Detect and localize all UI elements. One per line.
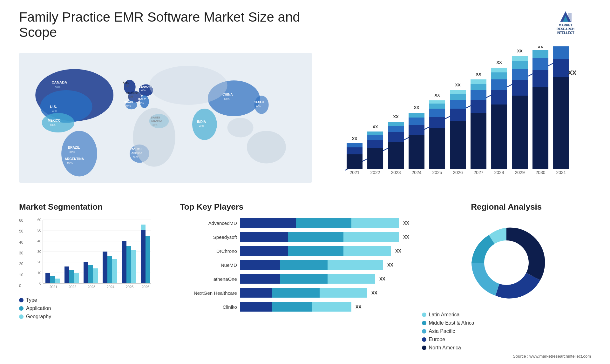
legend-label-mea: Middle East & Africa [429,320,474,326]
legend-mea: Middle East & Africa [422,320,474,326]
svg-rect-108 [512,80,528,96]
svg-rect-102 [491,79,507,90]
svg-rect-63 [367,135,383,140]
legend-label-europe: Europe [429,337,445,342]
svg-text:SPAIN: SPAIN [124,101,133,104]
svg-text:xx%: xx% [224,97,229,100]
player-bar-stack [240,218,399,228]
player-value: XX [356,304,362,309]
player-name: athenaOne [180,276,237,282]
legend-latin-america: Latin America [422,312,474,318]
svg-text:2029: 2029 [515,170,525,175]
legend-label-latin: Latin America [429,312,460,318]
svg-text:30: 30 [37,250,41,253]
svg-rect-122 [553,46,569,59]
svg-rect-80 [429,117,445,128]
player-row: NextGen HealthcareXX [180,288,409,298]
svg-rect-117 [532,50,548,58]
player-bar-segment [288,246,343,256]
svg-text:XX: XX [434,93,440,98]
legend-label-na: North America [429,345,461,351]
legend-dot-type [19,298,24,302]
bar-chart-container: XX 2021 XX 2022 XX 2023 [325,46,591,189]
svg-rect-83 [429,100,445,104]
player-row: NueMDXX [180,260,409,270]
svg-point-13 [61,131,97,176]
player-value: XX [395,248,401,253]
svg-rect-154 [112,259,117,283]
player-bar-segment [272,288,320,298]
svg-text:2030: 2030 [535,170,545,175]
svg-text:FRANCE: FRANCE [126,91,139,95]
svg-rect-87 [450,109,466,121]
svg-text:xx%: xx% [55,85,60,88]
svg-text:2021: 2021 [50,285,57,289]
market-segmentation: Market Segmentation 6050403020100 [19,202,167,359]
svg-rect-160 [141,230,146,283]
svg-point-44 [192,109,217,140]
svg-rect-145 [69,270,74,283]
player-name: NextGen Healthcare [180,290,237,296]
svg-text:MEXICO: MEXICO [48,119,60,122]
player-name: Cliniko [180,304,237,310]
svg-rect-100 [491,104,507,169]
donut-chart [462,218,551,307]
svg-text:xx%: xx% [70,150,75,153]
legend-europe: Europe [422,337,474,342]
legend-application: Application [19,306,167,311]
svg-rect-68 [388,132,404,142]
player-bar-stack [240,288,367,298]
svg-text:2026: 2026 [142,285,149,289]
svg-rect-96 [471,84,486,90]
svg-text:XX: XX [568,69,577,76]
svg-text:20: 20 [37,260,41,264]
svg-rect-76 [409,113,424,118]
svg-text:XX: XX [352,136,357,141]
svg-point-50 [133,108,175,166]
svg-rect-101 [491,90,507,104]
svg-rect-69 [388,126,404,132]
svg-rect-57 [347,147,363,154]
svg-text:CHINA: CHINA [222,93,233,96]
svg-rect-93 [471,113,486,169]
svg-rect-157 [126,246,131,283]
logo: MARKETRESEARCHINTELLECT [540,10,591,35]
segmentation-chart: 60 50 40 30 20 10 0 2021 2022 [32,218,152,291]
svg-rect-86 [450,121,466,169]
player-value: XX [403,220,409,226]
svg-text:40: 40 [37,239,41,243]
svg-text:xx%: xx% [126,104,131,107]
svg-text:U.S.: U.S. [50,105,57,109]
player-name: DrChrono [180,248,237,254]
svg-text:xx%: xx% [51,110,57,113]
logo-text: MARKETRESEARCHINTELLECT [557,24,574,35]
svg-text:XX: XX [372,125,378,129]
svg-rect-161 [146,236,150,283]
svg-rect-82 [429,104,445,109]
svg-text:xx%: xx% [256,105,261,108]
svg-rect-64 [367,131,383,135]
svg-rect-58 [347,143,363,147]
svg-rect-141 [50,276,55,283]
svg-rect-95 [471,90,486,100]
player-name: NueMD [180,262,237,268]
svg-rect-142 [55,279,60,283]
svg-rect-153 [107,256,112,283]
regional-title: Regional Analysis [471,202,542,212]
segmentation-legend: Type Application Geography [19,297,167,320]
player-bar-segment [343,232,399,242]
svg-text:INDIA: INDIA [197,120,206,124]
svg-rect-116 [532,58,548,70]
player-row: athenaOneXX [180,274,409,284]
player-row: ClinikoXX [180,302,409,312]
world-map: CANADA xx% U.S. xx% MEXICO xx% BRAZIL xx… [19,46,312,189]
svg-text:2023: 2023 [88,285,95,289]
regional-analysis: Regional Analysis [422,202,591,359]
player-bar-segment [240,288,272,298]
legend-type: Type [19,297,167,303]
legend-dot-na [422,346,426,350]
svg-text:JAPAN: JAPAN [254,101,264,104]
svg-rect-111 [512,56,528,61]
legend-north-america: North America [422,345,474,351]
svg-rect-114 [532,87,548,169]
